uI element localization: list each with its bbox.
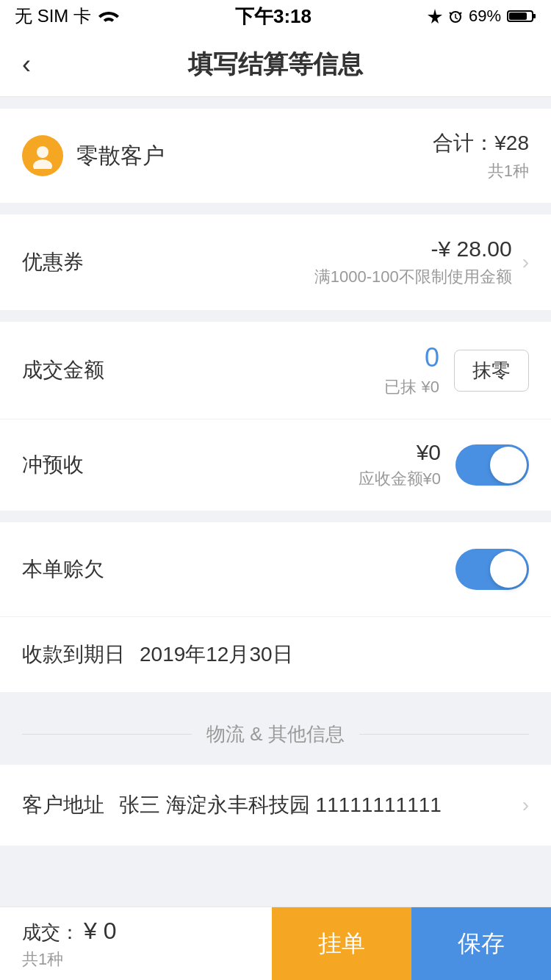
- avatar: [22, 135, 63, 176]
- bottom-deal: 成交： ¥ 0: [22, 918, 250, 945]
- debt-section: 本单赊欠 收款到期日 2019年12月30日: [0, 522, 551, 692]
- divider-right: [359, 734, 529, 735]
- status-right: 69%: [428, 7, 536, 26]
- signal-text: 无 SIM 卡: [15, 4, 91, 28]
- bottom-deal-label: 成交：: [22, 920, 79, 945]
- logistics-section: 物流 & 其他信息: [0, 704, 551, 765]
- total-count: 共1种: [433, 160, 529, 182]
- prepay-value-block: ¥0 应收金额¥0: [359, 440, 441, 490]
- address-section: 客户地址 张三 海淀永丰科技园 11111111111 ›: [0, 765, 551, 846]
- address-chevron-icon: ›: [522, 793, 529, 817]
- transaction-amount-value: 0: [384, 342, 439, 373]
- amount-value-block: 0 已抹 ¥0: [384, 342, 439, 398]
- nav-bar: ‹ 填写结算等信息: [0, 32, 551, 97]
- svg-point-4: [37, 146, 48, 158]
- alarm-icon: [448, 9, 463, 24]
- person-icon: [29, 143, 56, 169]
- bottom-deal-amount: ¥ 0: [84, 918, 116, 945]
- svg-rect-3: [509, 12, 527, 20]
- bottom-bar: 成交： ¥ 0 共1种 挂单 保存: [0, 907, 551, 980]
- total-amount: 合计：¥28: [433, 129, 529, 157]
- wifi-icon: [98, 9, 119, 24]
- prepay-sub: 应收金额¥0: [359, 468, 441, 490]
- coupon-discount: -¥ 28.00: [314, 237, 512, 262]
- svg-rect-2: [533, 14, 536, 18]
- prepay-right: ¥0 应收金额¥0: [359, 440, 529, 490]
- customer-section: 零散客户 合计：¥28 共1种: [0, 109, 551, 203]
- amount-right: 0 已抹 ¥0 抹零: [384, 342, 529, 398]
- customer-right: 合计：¥28 共1种: [433, 129, 529, 182]
- toggle-knob: [490, 447, 527, 483]
- battery-text: 69%: [469, 7, 501, 26]
- prepay-label: 冲预收: [22, 451, 84, 479]
- prepay-row: 冲预收 ¥0 应收金额¥0: [0, 419, 551, 511]
- transaction-amount-label: 成交金额: [22, 356, 104, 384]
- transaction-amount-row: 成交金额 0 已抹 ¥0 抹零: [0, 322, 551, 419]
- status-left: 无 SIM 卡: [15, 4, 119, 28]
- debt-toggle-knob: [490, 551, 527, 588]
- address-value: 张三 海淀永丰科技园 11111111111: [119, 791, 519, 819]
- divider-left: [22, 734, 192, 735]
- coupon-section: 优惠券 -¥ 28.00 满1000-100不限制使用金额 ›: [0, 215, 551, 310]
- round-zero-button[interactable]: 抹零: [454, 350, 529, 392]
- coupon-info: -¥ 28.00 满1000-100不限制使用金额: [314, 237, 512, 288]
- address-row[interactable]: 客户地址 张三 海淀永丰科技园 11111111111 ›: [0, 765, 551, 846]
- customer-left: 零散客户: [22, 135, 165, 176]
- coupon-label: 优惠券: [22, 248, 84, 276]
- status-time: 下午3:18: [235, 4, 311, 29]
- back-button[interactable]: ‹: [22, 49, 31, 80]
- debt-toggle[interactable]: [455, 549, 529, 590]
- prepay-toggle[interactable]: [455, 444, 529, 486]
- location-icon: [428, 9, 442, 24]
- address-label: 客户地址: [22, 791, 104, 819]
- due-date-value: 2019年12月30日: [140, 641, 293, 669]
- coupon-row[interactable]: 优惠券 -¥ 28.00 满1000-100不限制使用金额 ›: [0, 215, 551, 310]
- bottom-info: 成交： ¥ 0 共1种: [0, 918, 272, 970]
- debt-row: 本单赊欠: [0, 522, 551, 616]
- amount-section: 成交金额 0 已抹 ¥0 抹零 冲预收 ¥0 应收金额¥0: [0, 322, 551, 511]
- prepay-value: ¥0: [359, 440, 441, 465]
- transaction-amount-sub: 已抹 ¥0: [384, 376, 439, 398]
- page-title: 填写结算等信息: [188, 48, 363, 82]
- status-bar: 无 SIM 卡 下午3:18 69%: [0, 0, 551, 32]
- battery-icon: [507, 9, 536, 24]
- svg-point-5: [33, 159, 52, 169]
- logistics-label: 物流 & 其他信息: [206, 721, 345, 747]
- save-button[interactable]: 保存: [411, 907, 551, 981]
- bottom-count: 共1种: [22, 948, 250, 970]
- chevron-right-icon: ›: [522, 251, 529, 274]
- due-date-label: 收款到期日: [22, 641, 125, 669]
- due-date-row: 收款到期日 2019年12月30日: [0, 616, 551, 692]
- customer-row: 零散客户 合计：¥28 共1种: [0, 109, 551, 203]
- customer-name: 零散客户: [76, 141, 165, 171]
- coupon-desc: 满1000-100不限制使用金额: [314, 266, 512, 288]
- logistics-header: 物流 & 其他信息: [0, 704, 551, 765]
- hang-order-button[interactable]: 挂单: [272, 907, 411, 981]
- coupon-right: -¥ 28.00 满1000-100不限制使用金额 ›: [314, 237, 529, 288]
- debt-label: 本单赊欠: [22, 555, 104, 583]
